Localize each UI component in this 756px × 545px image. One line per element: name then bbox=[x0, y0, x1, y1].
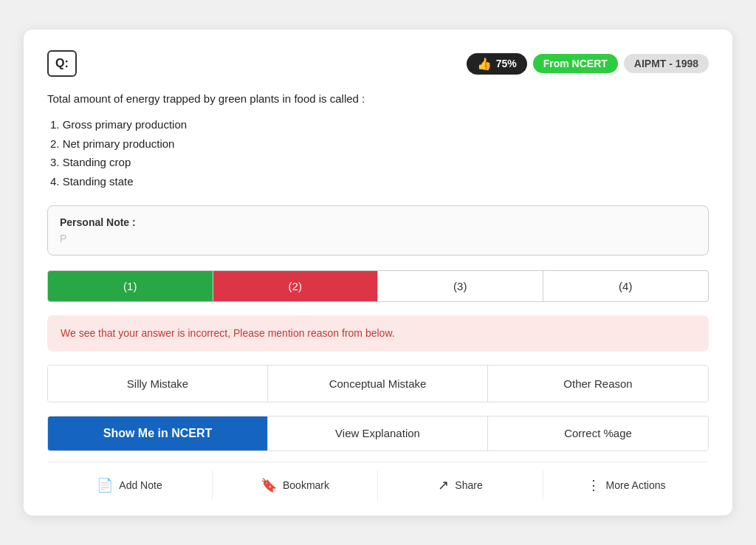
answer-option-1[interactable]: (1) bbox=[48, 271, 213, 301]
bookmark-button[interactable]: 🔖 Bookmark bbox=[213, 470, 378, 501]
bookmark-icon: 🔖 bbox=[261, 477, 277, 493]
more-actions-button[interactable]: ⋮ More Actions bbox=[543, 470, 709, 501]
correct-page-button[interactable]: Correct %age bbox=[488, 417, 708, 450]
badges-container: 👍 75% From NCERT AIPMT - 1998 bbox=[467, 53, 709, 75]
question-text: Total amount of energy trapped by green … bbox=[47, 90, 709, 108]
answer-option-2[interactable]: (2) bbox=[213, 271, 379, 301]
silly-mistake-button[interactable]: Silly Mistake bbox=[48, 366, 268, 402]
card-header: Q: 👍 75% From NCERT AIPMT - 1998 bbox=[47, 50, 709, 77]
question-card: Q: 👍 75% From NCERT AIPMT - 1998 Total a… bbox=[24, 30, 732, 515]
q-label: Q: bbox=[47, 50, 77, 77]
add-note-label: Add Note bbox=[119, 479, 162, 491]
incorrect-notice: We see that your answer is incorrect, Pl… bbox=[47, 315, 709, 352]
reason-buttons: Silly Mistake Conceptual Mistake Other R… bbox=[47, 365, 709, 402]
more-actions-label: More Actions bbox=[606, 479, 666, 491]
ncert-badge: From NCERT bbox=[533, 54, 618, 73]
view-explanation-button[interactable]: View Explanation bbox=[268, 417, 488, 450]
share-icon: ↗ bbox=[438, 477, 449, 493]
add-note-icon: 📄 bbox=[97, 477, 113, 493]
share-label: Share bbox=[455, 479, 482, 491]
personal-note-box[interactable]: Personal Note : P bbox=[47, 205, 709, 256]
answer-option-3[interactable]: (3) bbox=[378, 271, 543, 301]
option-2: 2. Net primary production bbox=[47, 134, 709, 154]
option-1: 1. Gross primary production bbox=[47, 115, 709, 134]
option-3: 3. Standing crop bbox=[47, 153, 709, 172]
show-ncert-button[interactable]: Show Me in NCERT bbox=[48, 417, 268, 450]
aipmt-badge: AIPMT - 1998 bbox=[624, 54, 709, 73]
action-buttons: Show Me in NCERT View Explanation Correc… bbox=[47, 416, 709, 451]
like-percent: 75% bbox=[496, 58, 517, 69]
bottom-actions: 📄 Add Note 🔖 Bookmark ↗ Share ⋮ More Act… bbox=[47, 462, 709, 501]
add-note-button[interactable]: 📄 Add Note bbox=[47, 470, 213, 501]
option-4: 4. Standing state bbox=[47, 172, 709, 191]
share-button[interactable]: ↗ Share bbox=[378, 470, 543, 501]
options-list: 1. Gross primary production 2. Net prima… bbox=[47, 115, 709, 191]
answer-bar: (1) (2) (3) (4) bbox=[47, 270, 709, 302]
other-reason-button[interactable]: Other Reason bbox=[488, 366, 708, 402]
more-actions-icon: ⋮ bbox=[587, 477, 600, 493]
bookmark-label: Bookmark bbox=[283, 479, 329, 491]
like-badge: 👍 75% bbox=[467, 53, 527, 75]
personal-note-label: Personal Note : bbox=[60, 216, 696, 228]
answer-option-4[interactable]: (4) bbox=[543, 271, 709, 301]
personal-note-input: P bbox=[60, 233, 696, 244]
thumbs-up-icon: 👍 bbox=[477, 57, 492, 71]
conceptual-mistake-button[interactable]: Conceptual Mistake bbox=[268, 366, 488, 402]
